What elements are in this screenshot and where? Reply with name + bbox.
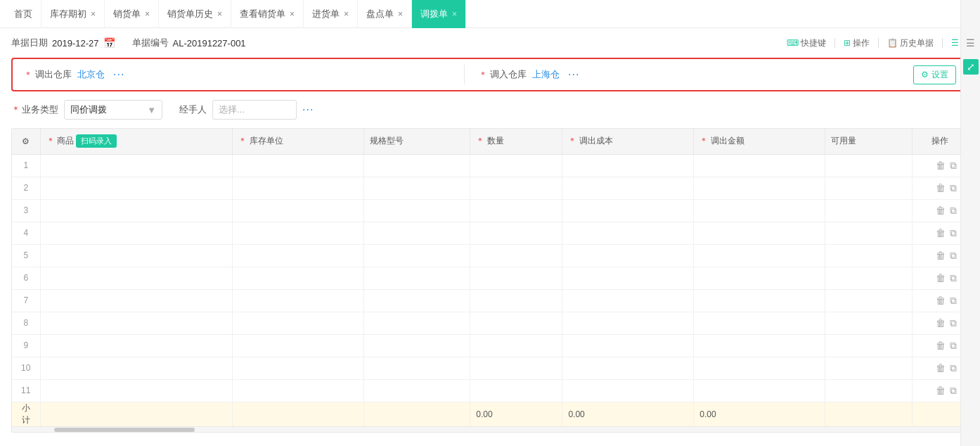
delete-row-4-button[interactable]: 🗑 bbox=[936, 227, 946, 238]
spec-7[interactable] bbox=[364, 289, 470, 312]
available-11[interactable] bbox=[825, 379, 912, 402]
quantity-2[interactable] bbox=[470, 177, 562, 199]
unit-1[interactable] bbox=[233, 154, 364, 177]
available-8[interactable] bbox=[825, 312, 912, 334]
cost-11[interactable] bbox=[562, 379, 694, 402]
quantity-11[interactable] bbox=[470, 379, 562, 402]
available-7[interactable] bbox=[825, 289, 912, 312]
tab-close-transfer[interactable]: × bbox=[452, 9, 457, 19]
amount-6[interactable] bbox=[694, 267, 825, 289]
cost-4[interactable] bbox=[562, 222, 694, 244]
quantity-8[interactable] bbox=[470, 312, 562, 334]
unit-7[interactable] bbox=[233, 289, 364, 312]
quantity-5[interactable] bbox=[470, 244, 562, 267]
copy-row-3-button[interactable]: ⧉ bbox=[950, 205, 957, 217]
amount-7[interactable] bbox=[694, 289, 825, 312]
cost-10[interactable] bbox=[562, 357, 694, 379]
copy-row-10-button[interactable]: ⧉ bbox=[950, 362, 957, 374]
tab-sales-order[interactable]: 销货单 × bbox=[105, 0, 159, 28]
tab-home[interactable]: 首页 bbox=[6, 0, 41, 28]
delete-row-7-button[interactable]: 🗑 bbox=[936, 295, 946, 306]
handler-select[interactable]: 选择... bbox=[212, 100, 297, 120]
unit-10[interactable] bbox=[233, 357, 364, 379]
tab-view-sales[interactable]: 查看销货单 × bbox=[231, 0, 304, 28]
copy-row-2-button[interactable]: ⧉ bbox=[950, 182, 957, 194]
sidebar-expand-icon[interactable]: ⤢ bbox=[963, 59, 979, 75]
delete-row-5-button[interactable]: 🗑 bbox=[936, 250, 946, 261]
quantity-3[interactable] bbox=[470, 199, 562, 222]
copy-row-11-button[interactable]: ⧉ bbox=[950, 385, 957, 397]
tab-close-sales-order[interactable]: × bbox=[145, 9, 150, 19]
tab-close-inventory-check[interactable]: × bbox=[398, 9, 403, 19]
cost-6[interactable] bbox=[562, 267, 694, 289]
tab-close-view-sales[interactable]: × bbox=[290, 9, 295, 19]
calendar-icon[interactable]: 📅 bbox=[103, 37, 115, 49]
delete-row-2-button[interactable]: 🗑 bbox=[936, 182, 946, 193]
amount-3[interactable] bbox=[694, 199, 825, 222]
cost-3[interactable] bbox=[562, 199, 694, 222]
tab-inventory-initial[interactable]: 库存期初 × bbox=[41, 0, 105, 28]
business-type-select[interactable]: 同价调拨 ▼ bbox=[64, 100, 162, 120]
product-4[interactable] bbox=[40, 222, 233, 244]
available-9[interactable] bbox=[825, 334, 912, 357]
tab-close-sales-history[interactable]: × bbox=[217, 9, 222, 19]
cost-9[interactable] bbox=[562, 334, 694, 357]
spec-3[interactable] bbox=[364, 199, 470, 222]
quantity-9[interactable] bbox=[470, 334, 562, 357]
quantity-1[interactable] bbox=[470, 154, 562, 177]
unit-4[interactable] bbox=[233, 222, 364, 244]
delete-row-10-button[interactable]: 🗑 bbox=[936, 362, 946, 374]
spec-1[interactable] bbox=[364, 154, 470, 177]
quantity-7[interactable] bbox=[470, 289, 562, 312]
amount-4[interactable] bbox=[694, 222, 825, 244]
quantity-6[interactable] bbox=[470, 267, 562, 289]
tab-inventory-check[interactable]: 盘点单 × bbox=[358, 0, 412, 28]
available-5[interactable] bbox=[825, 244, 912, 267]
sidebar-list-icon[interactable]: ☰ bbox=[963, 35, 979, 51]
tab-close-inventory-initial[interactable]: × bbox=[91, 9, 96, 19]
spec-8[interactable] bbox=[364, 312, 470, 334]
spec-11[interactable] bbox=[364, 379, 470, 402]
available-1[interactable] bbox=[825, 154, 912, 177]
quantity-10[interactable] bbox=[470, 357, 562, 379]
shortcuts-button[interactable]: ⌨ 快捷键 bbox=[787, 37, 826, 49]
amount-1[interactable] bbox=[694, 154, 825, 177]
copy-row-8-button[interactable]: ⧉ bbox=[950, 317, 957, 329]
in-warehouse-more-button[interactable]: ··· bbox=[568, 68, 579, 81]
copy-row-5-button[interactable]: ⧉ bbox=[950, 250, 957, 262]
amount-10[interactable] bbox=[694, 357, 825, 379]
horizontal-scrollbar[interactable] bbox=[12, 426, 968, 432]
available-6[interactable] bbox=[825, 267, 912, 289]
product-11[interactable] bbox=[40, 379, 233, 402]
handler-more-button[interactable]: ··· bbox=[302, 103, 314, 116]
spec-6[interactable] bbox=[364, 267, 470, 289]
cost-7[interactable] bbox=[562, 289, 694, 312]
available-3[interactable] bbox=[825, 199, 912, 222]
delete-row-1-button[interactable]: 🗑 bbox=[936, 160, 946, 171]
spec-2[interactable] bbox=[364, 177, 470, 199]
scrollbar-thumb[interactable] bbox=[54, 428, 195, 432]
copy-row-6-button[interactable]: ⧉ bbox=[950, 272, 957, 284]
delete-row-11-button[interactable]: 🗑 bbox=[936, 385, 946, 396]
th-settings[interactable]: ⚙ bbox=[12, 129, 40, 154]
in-warehouse-value[interactable]: 上海仓 bbox=[532, 68, 560, 81]
list-view-button[interactable]: ☰ bbox=[951, 38, 959, 48]
product-6[interactable] bbox=[40, 267, 233, 289]
tab-close-purchase[interactable]: × bbox=[344, 9, 349, 19]
amount-11[interactable] bbox=[694, 379, 825, 402]
spec-5[interactable] bbox=[364, 244, 470, 267]
amount-9[interactable] bbox=[694, 334, 825, 357]
product-10[interactable] bbox=[40, 357, 233, 379]
amount-5[interactable] bbox=[694, 244, 825, 267]
copy-row-9-button[interactable]: ⧉ bbox=[950, 340, 957, 352]
tab-purchase[interactable]: 进货单 × bbox=[304, 0, 358, 28]
available-4[interactable] bbox=[825, 222, 912, 244]
product-7[interactable] bbox=[40, 289, 233, 312]
spec-9[interactable] bbox=[364, 334, 470, 357]
copy-row-7-button[interactable]: ⧉ bbox=[950, 295, 957, 307]
delete-row-9-button[interactable]: 🗑 bbox=[936, 340, 946, 351]
available-2[interactable] bbox=[825, 177, 912, 199]
product-8[interactable] bbox=[40, 312, 233, 334]
unit-11[interactable] bbox=[233, 379, 364, 402]
unit-6[interactable] bbox=[233, 267, 364, 289]
